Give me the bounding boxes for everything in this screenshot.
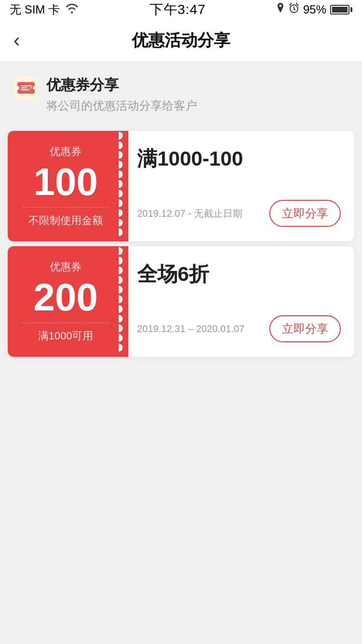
battery-icon (330, 5, 352, 14)
coupon-bottom-2: 2019.12.31 – 2020.01.07 立即分享 (137, 315, 341, 342)
coupon-condition-1: 不限制使用金额 (28, 213, 103, 228)
share-button-1[interactable]: 立即分享 (269, 200, 341, 227)
coupon-card-1: 优惠券 100 不限制使用金额 满1000-100 2019.12.07 - 无… (8, 131, 354, 241)
status-right: 95% (276, 3, 352, 16)
bottom-area (0, 371, 362, 613)
coupon-date-2: 2019.12.31 – 2020.01.07 (137, 323, 265, 335)
coupon-divider-1 (22, 207, 109, 208)
wifi-icon (65, 3, 79, 16)
svg-point-4 (33, 86, 37, 90)
section-subtitle: 将公司的优惠活动分享给客户 (46, 98, 197, 113)
coupon-left-2: 优惠券 200 满1000可用 (8, 246, 124, 357)
alarm-icon (289, 3, 299, 16)
coupon-title-1: 满1000-100 (137, 145, 341, 172)
status-bar: 无 SIM 卡 下午3:47 95% (0, 0, 362, 19)
section-header: 优惠券分享 将公司的优惠活动分享给客户 (0, 62, 362, 121)
battery-percent: 95% (303, 3, 326, 16)
status-time: 下午3:47 (150, 0, 206, 19)
coupon-value-1: 100 (33, 163, 97, 201)
coupon-condition-2: 满1000可用 (38, 329, 94, 343)
status-left: 无 SIM 卡 (10, 2, 79, 17)
coupon-right-1: 满1000-100 2019.12.07 - 无截止日期 立即分享 (124, 131, 354, 241)
coupon-card-2: 优惠券 200 满1000可用 全场6折 2019.12.31 – 2020.0… (8, 246, 354, 357)
coupon-bottom-1: 2019.12.07 - 无截止日期 立即分享 (137, 200, 341, 227)
coupon-left-1: 优惠券 100 不限制使用金额 (8, 131, 124, 241)
coupon-date-1: 2019.12.07 - 无截止日期 (137, 207, 265, 220)
coupon-value-2: 200 (33, 278, 97, 317)
back-button[interactable]: ‹ (14, 29, 20, 51)
page-title: 优惠活动分享 (132, 29, 230, 52)
section-text: 优惠券分享 将公司的优惠活动分享给客户 (46, 75, 197, 113)
coupon-divider-2 (22, 322, 109, 323)
coupons-container: 优惠券 100 不限制使用金额 满1000-100 2019.12.07 - 无… (0, 121, 362, 371)
share-button-2[interactable]: 立即分享 (269, 315, 341, 342)
coupon-type-1: 优惠券 (50, 144, 82, 159)
coupon-title-2: 全场6折 (137, 261, 341, 288)
svg-point-3 (15, 86, 19, 90)
coupon-type-2: 优惠券 (50, 260, 82, 274)
location-icon (276, 3, 285, 16)
nav-bar: ‹ 优惠活动分享 (0, 19, 362, 62)
coupon-share-icon (14, 75, 39, 100)
carrier-text: 无 SIM 卡 (10, 2, 60, 17)
coupon-right-2: 全场6折 2019.12.31 – 2020.01.07 立即分享 (124, 246, 354, 357)
section-title: 优惠券分享 (46, 75, 197, 95)
